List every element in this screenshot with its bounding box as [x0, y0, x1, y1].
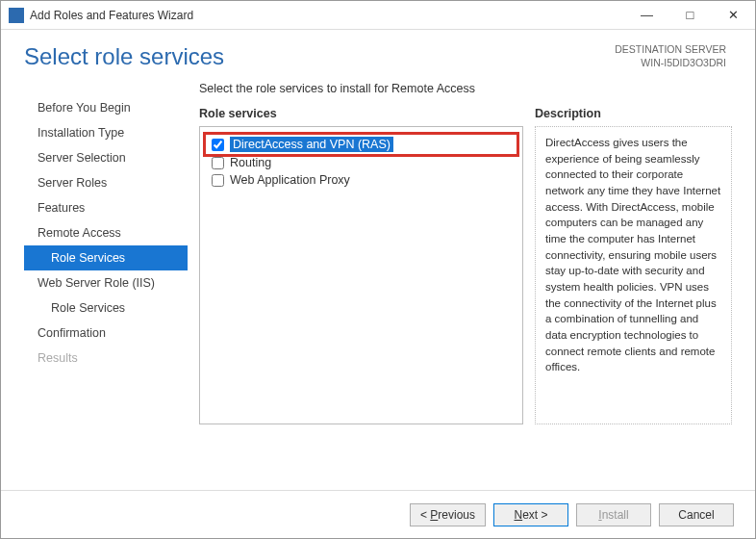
nav-item-confirmation[interactable]: Confirmation — [24, 321, 188, 346]
cancel-button[interactable]: Cancel — [659, 503, 734, 526]
description-box: DirectAccess gives users the experience … — [535, 126, 732, 424]
role-services-listbox[interactable]: DirectAccess and VPN (RAS)RoutingWeb App… — [199, 126, 523, 424]
service-label: Web Application Proxy — [230, 173, 350, 187]
close-button[interactable]: ✕ — [712, 1, 755, 29]
service-label: Routing — [230, 156, 271, 169]
role-services-label: Role services — [199, 107, 523, 120]
service-checkbox[interactable] — [212, 157, 224, 169]
wizard-nav: Before You BeginInstallation TypeServer … — [24, 78, 188, 424]
instruction-text: Select the role services to install for … — [199, 82, 732, 95]
window-title: Add Roles and Features Wizard — [30, 9, 625, 22]
window-controls: — □ ✕ — [625, 1, 755, 29]
nav-item-role-services[interactable]: Role Services — [24, 295, 188, 321]
service-item-web-application-proxy[interactable]: Web Application Proxy — [206, 171, 517, 189]
service-checkbox[interactable] — [212, 174, 224, 187]
install-button: Install — [576, 503, 651, 526]
nav-item-server-roles[interactable]: Server Roles — [24, 170, 188, 195]
main-panel: Select the role services to install for … — [188, 78, 732, 424]
maximize-button[interactable]: □ — [668, 1, 712, 29]
nav-item-server-selection[interactable]: Server Selection — [24, 145, 188, 170]
service-label: DirectAccess and VPN (RAS) — [230, 137, 393, 152]
nav-item-web-server-role-iis-[interactable]: Web Server Role (IIS) — [24, 270, 188, 295]
nav-item-remote-access[interactable]: Remote Access — [24, 220, 188, 245]
description-label: Description — [535, 107, 732, 120]
destination-server: DESTINATION SERVER WIN-I5DID3O3DRI — [615, 43, 726, 69]
wizard-footer: < Previous Next > Install Cancel — [1, 490, 755, 538]
app-icon — [9, 8, 24, 23]
page-heading: Select role services — [24, 43, 224, 70]
nav-item-role-services[interactable]: Role Services — [24, 245, 188, 270]
service-checkbox[interactable] — [212, 139, 224, 151]
nav-item-results: Results — [24, 346, 188, 371]
nav-item-installation-type[interactable]: Installation Type — [24, 120, 188, 145]
title-bar: Add Roles and Features Wizard — □ ✕ — [1, 1, 755, 30]
destination-label: DESTINATION SERVER — [615, 43, 726, 57]
minimize-button[interactable]: — — [625, 1, 668, 29]
service-item-routing[interactable]: Routing — [206, 154, 517, 171]
nav-item-features[interactable]: Features — [24, 195, 188, 220]
next-button[interactable]: Next > — [493, 503, 568, 526]
service-item-directaccess-and-vpn-ras-[interactable]: DirectAccess and VPN (RAS) — [206, 135, 517, 154]
destination-name: WIN-I5DID3O3DRI — [615, 57, 726, 70]
nav-item-before-you-begin[interactable]: Before You Begin — [24, 95, 188, 120]
previous-button[interactable]: < Previous — [410, 503, 486, 526]
